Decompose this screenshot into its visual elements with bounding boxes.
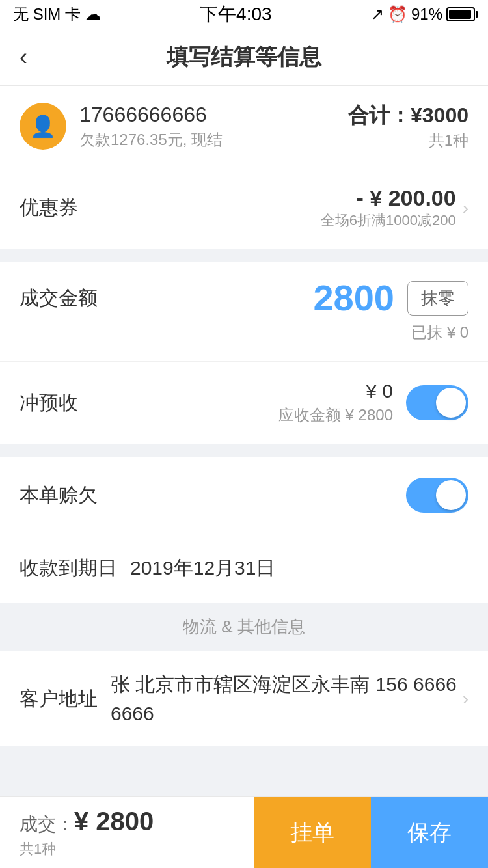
- avatar-icon: 👤: [30, 114, 56, 139]
- due-date-row: 收款到期日 2019年12月31日: [0, 534, 488, 603]
- due-date-label: 收款到期日: [20, 555, 117, 582]
- coupon-label: 优惠券: [20, 195, 78, 221]
- customer-row: 👤 17666666666 欠款1276.35元, 现结 合计：¥3000 共1…: [0, 86, 488, 167]
- coupon-desc: 全场6折满1000减200: [321, 211, 456, 230]
- logistics-text: 物流 & 其他信息: [183, 616, 305, 638]
- hang-order-button[interactable]: 挂单: [254, 797, 371, 869]
- bottom-count: 共1种: [20, 839, 234, 859]
- debt-toggle-knob: [436, 480, 466, 510]
- battery-icon: [446, 7, 475, 21]
- debt-row: 本单赊欠: [0, 457, 488, 534]
- due-date-value: 2019年12月31日: [130, 555, 275, 582]
- round-zero-button[interactable]: 抹零: [407, 281, 468, 316]
- divider-2: [0, 444, 488, 457]
- address-section: 客户地址 张 北京市市辖区海淀区永丰南 156 6666 6666 ›: [0, 651, 488, 746]
- logistics-divider: 物流 & 其他信息: [0, 603, 488, 651]
- status-left: 无 SIM 卡 ☁: [13, 4, 101, 25]
- precollect-amount: ¥ 0: [278, 380, 393, 402]
- deal-sub-row: 已抹 ¥ 0: [20, 321, 468, 343]
- debt-label: 本单赊欠: [20, 482, 98, 509]
- customer-debt: 欠款1276.35元, 现结: [79, 129, 223, 150]
- avatar: 👤: [20, 103, 66, 150]
- sim-label: 无 SIM 卡 ☁: [13, 4, 101, 25]
- save-button[interactable]: 保存: [371, 797, 488, 869]
- toggle-knob: [436, 388, 466, 418]
- back-button[interactable]: ‹: [20, 44, 59, 71]
- coupon-row[interactable]: 优惠券 - ¥ 200.00 全场6折满1000减200 ›: [0, 167, 488, 249]
- precollect-values: ¥ 0 应收金额 ¥ 2800: [278, 380, 393, 426]
- coupon-right: - ¥ 200.00 全场6折满1000减200 ›: [321, 185, 468, 230]
- address-value: 张 北京市市辖区海淀区永丰南 156 6666 6666: [111, 670, 463, 728]
- chevron-right-icon: ›: [463, 198, 468, 219]
- address-label: 客户地址: [20, 686, 98, 712]
- customer-phone: 17666666666: [79, 103, 223, 127]
- precollect-row: 冲预收 ¥ 0 应收金额 ¥ 2800: [0, 361, 488, 444]
- bottom-deal-label: 成交：: [20, 814, 74, 834]
- bottom-deal-row: 成交：¥ 2800: [20, 807, 234, 837]
- customer-info: 17666666666 欠款1276.35元, 现结: [79, 103, 223, 150]
- debt-toggle[interactable]: [406, 478, 468, 513]
- precollect-sub: 应收金额 ¥ 2800: [278, 405, 393, 426]
- customer-right: 合计：¥3000 共1种: [348, 102, 468, 151]
- address-row[interactable]: 客户地址 张 北京市市辖区海淀区永丰南 156 6666 6666 ›: [0, 651, 488, 746]
- precollect-label: 冲预收: [20, 390, 78, 416]
- coupon-info: - ¥ 200.00 全场6折满1000减200: [321, 185, 456, 230]
- bottom-bar: 成交：¥ 2800 共1种 挂单 保存: [0, 796, 488, 868]
- precollect-toggle[interactable]: [406, 385, 468, 420]
- logistics-line-left: [20, 627, 170, 627]
- deal-label: 成交金额: [20, 285, 98, 312]
- total-amount: 合计：¥3000: [348, 102, 468, 130]
- bottom-summary: 成交：¥ 2800 共1种: [0, 807, 254, 859]
- customer-left: 👤 17666666666 欠款1276.35元, 现结: [20, 103, 223, 150]
- page-title: 填写结算等信息: [59, 42, 429, 72]
- deal-amount-value: 2800: [313, 280, 394, 316]
- status-right: ↗ ⏰ 91%: [371, 5, 475, 23]
- deal-amount-row: 成交金额 2800 抹零 已抹 ¥ 0: [0, 262, 488, 361]
- deal-section: 成交金额 2800 抹零 已抹 ¥ 0 冲预收 ¥ 0 应收金额 ¥ 2800: [0, 262, 488, 444]
- status-bar: 无 SIM 卡 ☁ 下午4:03 ↗ ⏰ 91%: [0, 0, 488, 29]
- battery-percent: 91%: [411, 5, 442, 23]
- location-icon: ↗: [371, 5, 384, 23]
- bottom-deal-amount: ¥ 2800: [74, 807, 154, 835]
- logistics-line-right: [318, 627, 468, 627]
- alarm-icon: ⏰: [388, 5, 407, 23]
- deal-sub-text: 已抹 ¥ 0: [411, 323, 468, 341]
- coupon-discount: - ¥ 200.00: [321, 185, 456, 211]
- item-count: 共1种: [348, 130, 468, 151]
- status-time: 下午4:03: [200, 2, 272, 27]
- debt-section: 本单赊欠 收款到期日 2019年12月31日: [0, 457, 488, 603]
- divider-1: [0, 249, 488, 262]
- nav-bar: ‹ 填写结算等信息: [0, 29, 488, 86]
- address-chevron-icon: ›: [463, 688, 468, 709]
- deal-row-main: 成交金额 2800 抹零: [20, 280, 468, 316]
- customer-section: 👤 17666666666 欠款1276.35元, 现结 合计：¥3000 共1…: [0, 86, 488, 249]
- precollect-right: ¥ 0 应收金额 ¥ 2800: [278, 380, 468, 426]
- deal-value-area: 2800 抹零: [313, 280, 468, 316]
